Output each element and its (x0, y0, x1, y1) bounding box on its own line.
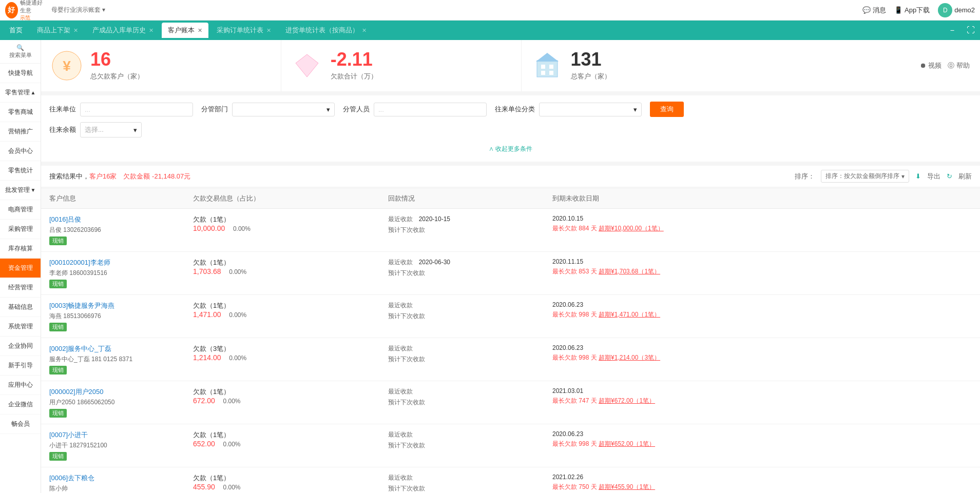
stats-bar: ¥ 16 总欠款客户（家） -2.11 欠款合计（万） (41, 40, 980, 91)
due-overdue-0: 最长欠款 884 天 超期¥10,000.00（1笔） (552, 224, 972, 233)
video-btn[interactable]: ⏺ 视频 (920, 61, 942, 70)
person-input[interactable]: ... (374, 103, 487, 116)
recovery-next-3: 预计下次收款 (388, 355, 552, 364)
sidebar-item-app-center[interactable]: 应用中心 (0, 376, 41, 395)
sidebar-item-wholesale-mgmt[interactable]: 批发管理 ▼ (0, 181, 41, 200)
due-info-6: 2021.02.26 最长欠款 750 天 超期¥455.90（1笔） (552, 474, 972, 491)
sidebar-search[interactable]: 🔍 搜索菜单 (0, 40, 41, 64)
due-date-5: 2020.06.23 (552, 430, 972, 438)
from-unit-input[interactable]: ... (80, 103, 193, 116)
debt-amount-3[interactable]: 1,214.00 (193, 353, 221, 362)
result-count: 客户16家 (89, 172, 117, 180)
overdue-link-1[interactable]: 超期¥1,703.68（1笔） (599, 268, 660, 275)
tab-production-history[interactable]: 产成品入库单历史 ✕ (86, 23, 160, 38)
sidebar-item-system-mgmt[interactable]: 系统管理 (0, 317, 41, 337)
due-overdue-3: 最长欠款 998 天 超期¥1,214.00（3笔） (552, 353, 972, 362)
tab-close-production-history[interactable]: ✕ (149, 27, 153, 34)
debt-amount-1[interactable]: 1,703.68 (193, 267, 221, 275)
debt-percent-2: 0.00% (229, 311, 246, 319)
app-download-btn[interactable]: 📱 App下载 (894, 6, 930, 15)
sidebar-item-enterprise-wechat[interactable]: 企业微信 (0, 395, 41, 415)
sidebar-item-newbie-guide[interactable]: 新手引导 (0, 356, 41, 376)
tab-purchase-order-stats[interactable]: 采购订单统计表 ✕ (210, 23, 277, 38)
debt-amount-4[interactable]: 672.00 (193, 397, 215, 405)
sidebar-item-inventory-check[interactable]: 库存核算 (0, 239, 41, 259)
header-debt-trans-info: 欠款交易信息（占比） (193, 194, 388, 203)
svg-rect-5 (549, 65, 553, 69)
sidebar-item-retail-stats[interactable]: 零售统计 (0, 161, 41, 181)
customer-tag-4: 现销 (49, 409, 67, 418)
balance-select[interactable]: 选择... ▾ (80, 122, 142, 137)
overdue-link-3[interactable]: 超期¥1,214.00（3笔） (599, 354, 660, 361)
debt-amount-2[interactable]: 1,471.00 (193, 310, 221, 319)
debt-amount-5[interactable]: 652.00 (193, 440, 215, 448)
sidebar-item-quick-nav[interactable]: 快捷导航 (0, 64, 41, 83)
overdue-link-6[interactable]: 超期¥455.90（1笔） (599, 483, 655, 490)
debt-amount-6[interactable]: 455.90 (193, 483, 215, 491)
customer-name-4[interactable]: [000002]用户2050 (49, 387, 193, 397)
header-due-date-info: 到期未收款日期 (552, 194, 972, 203)
export-btn[interactable]: 导出 (927, 172, 940, 181)
tab-purchase-stats-product[interactable]: 进货单统计表（按商品） ✕ (279, 23, 373, 38)
customer-tag-1: 现销 (49, 280, 67, 288)
customer-name-2[interactable]: [0003]畅捷服务尹海燕 (49, 301, 193, 310)
sidebar-item-retail-mall[interactable]: 零售商城 (0, 103, 41, 122)
recovery-info-2: 最近收款 预计下次收款 (388, 301, 552, 321)
logo-text: 畅捷通好生意 示范 (20, 0, 46, 22)
tab-minimize-btn[interactable]: － (945, 24, 959, 37)
collapse-btn[interactable]: ∧ 收起更多条件 (49, 143, 972, 155)
sidebar-item-ecommerce-mgmt[interactable]: 电商管理 (0, 200, 41, 220)
unit-category-select[interactable]: ▾ (539, 103, 642, 116)
svg-rect-4 (541, 65, 545, 69)
tab-customer-account[interactable]: 客户账本 ✕ (162, 23, 208, 38)
message-btn[interactable]: 💬 消息 (862, 6, 886, 15)
user-menu[interactable]: D demo2 (938, 3, 975, 17)
refresh-btn[interactable]: 刷新 (958, 172, 972, 181)
overdue-link-4[interactable]: 超期¥672.00（1笔） (599, 397, 655, 404)
debt-amount-0[interactable]: 10,000.00 (193, 224, 225, 232)
debt-info-4: 欠款（1笔） 672.00 0.00% (193, 387, 388, 405)
sidebar-item-purchase-mgmt[interactable]: 采购管理 (0, 220, 41, 239)
customer-phone-1: 李老师 18600391516 (49, 269, 193, 278)
sort-select[interactable]: 排序：按欠款金额倒序排序 ▾ (821, 170, 909, 183)
sidebar-item-basic-info[interactable]: 基础信息 (0, 298, 41, 317)
recovery-next-5: 预计下次收款 (388, 441, 552, 450)
customer-name-0[interactable]: [0016]吕俊 (49, 215, 193, 224)
overdue-link-2[interactable]: 超期¥1,471.00（1笔） (599, 311, 660, 318)
tab-close-purchase-order-stats[interactable]: ✕ (266, 27, 271, 34)
overdue-link-5[interactable]: 超期¥652.00（1笔） (599, 440, 655, 447)
sidebar-item-marketing[interactable]: 营销推广 (0, 122, 41, 142)
tab-close-purchase-stats-product[interactable]: ✕ (362, 27, 367, 34)
tab-product-listing[interactable]: 商品上下架 ✕ (31, 23, 84, 38)
top-right: 💬 消息 📱 App下载 D demo2 (862, 3, 975, 17)
sidebar-item-retail-mgmt[interactable]: 零售管理 ▲ (0, 83, 41, 103)
customer-phone-4: 用户2050 18665062050 (49, 398, 193, 407)
stat-block-debt-customers: ¥ 16 总欠款客户（家） (41, 40, 281, 91)
svg-text:¥: ¥ (63, 58, 71, 74)
tab-close-product-listing[interactable]: ✕ (73, 27, 78, 34)
customer-name-1[interactable]: [0001020001]李老师 (49, 258, 193, 267)
filter-row-1: 往来单位 ... 分管部门 ▾ 分管人员 ... (49, 102, 972, 117)
tab-close-customer-account[interactable]: ✕ (198, 27, 202, 34)
customer-name-3[interactable]: [0002]服务中心_丁磊 (49, 344, 193, 353)
sidebar-item-fund-mgmt[interactable]: 资金管理 (0, 259, 41, 278)
dept-select[interactable]: ▾ (232, 103, 335, 116)
chevron-down-icon: ▲ (31, 90, 36, 95)
table-body: [0016]吕俊 吕俊 13026203696 现销 欠款（1笔） 10,000… (41, 209, 980, 493)
customer-tag-5: 现销 (49, 452, 67, 461)
sidebar-item-enterprise-collab[interactable]: 企业协同 (0, 337, 41, 356)
customer-name-6[interactable]: [0006]去下粮仓 (49, 474, 193, 483)
sidebar-item-member-center[interactable]: 会员中心 (0, 142, 41, 161)
customer-tag-0: 现销 (49, 236, 67, 245)
sidebar-item-operation-mgmt[interactable]: 经营管理 (0, 278, 41, 298)
sidebar-item-vip-member[interactable]: 畅会员 (0, 415, 41, 434)
customer-name-5[interactable]: [0007]小进干 (49, 430, 193, 440)
help-btn[interactable]: ⓪ 帮助 (948, 61, 970, 70)
company-selector[interactable]: 母婴行业演示账套 ▾ (46, 6, 862, 14)
tab-maximize-btn[interactable]: ⛶ (964, 25, 978, 36)
tab-home[interactable]: 首页 (3, 23, 29, 38)
table-row: [0016]吕俊 吕俊 13026203696 现销 欠款（1笔） 10,000… (41, 209, 980, 252)
overdue-link-0[interactable]: 超期¥10,000.00（1笔） (599, 225, 664, 232)
search-button[interactable]: 查询 (650, 102, 684, 117)
chevron-down-icon-sort: ▾ (901, 173, 905, 180)
